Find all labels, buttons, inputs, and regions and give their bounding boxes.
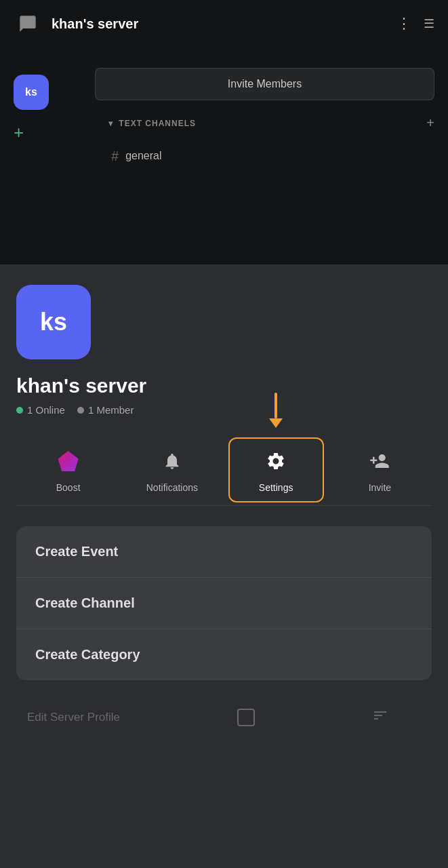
create-category-item[interactable]: Create Category [16, 629, 432, 680]
online-dot [16, 407, 23, 414]
menu-list: Create Event Create Channel Create Categ… [16, 526, 432, 680]
notifications-label: Notifications [146, 482, 198, 493]
boost-icon [53, 446, 84, 477]
filter-icon [372, 707, 388, 728]
channels-header: ▾ TEXT CHANNELS + [95, 115, 448, 131]
main-panel: ks khan's server 1 Online 1 Member Boost [0, 264, 448, 868]
action-buttons-row: Boost Notifications Settings [16, 435, 432, 506]
general-channel-label: general [125, 150, 161, 162]
boost-button[interactable]: Boost [16, 435, 120, 505]
hash-icon: # [111, 149, 119, 164]
more-options-icon[interactable]: ⋮ [396, 15, 411, 33]
boost-label: Boost [56, 482, 81, 493]
gear-icon [260, 446, 291, 477]
member-dot [77, 407, 84, 414]
settings-button[interactable]: Settings [224, 435, 328, 505]
online-stat: 1 Online [16, 404, 65, 416]
create-channel-item[interactable]: Create Channel [16, 578, 432, 629]
server-stats: 1 Online 1 Member [16, 404, 432, 416]
arrow-indicator [269, 393, 283, 428]
top-header: khan's server ⋮ ☰ [0, 0, 448, 47]
header-title: khan's server [42, 16, 396, 32]
create-event-item[interactable]: Create Event [16, 526, 432, 578]
server-icon-large: ks [16, 285, 91, 359]
invite-members-button[interactable]: Invite Members [95, 68, 434, 100]
sidebar-avatar[interactable]: ks [14, 75, 49, 110]
server-name: khan's server [16, 374, 432, 397]
member-stat: 1 Member [77, 404, 134, 416]
bell-icon [157, 446, 188, 477]
add-server-button[interactable]: + [14, 122, 24, 143]
top-section: khan's server ⋮ ☰ ks + Invite Members ▾ … [0, 0, 448, 264]
edit-server-profile-text[interactable]: Edit Server Profile [27, 711, 120, 724]
add-channel-button[interactable]: + [426, 115, 434, 131]
square-icon [237, 709, 255, 726]
chat-icon [14, 9, 42, 38]
general-channel[interactable]: # general [95, 142, 448, 170]
invite-label: Invite [369, 482, 391, 493]
invite-button[interactable]: Invite [328, 435, 432, 505]
menu-icon[interactable]: ☰ [424, 16, 434, 31]
text-channels-label: ▾ TEXT CHANNELS [108, 119, 426, 128]
notifications-button[interactable]: Notifications [120, 435, 224, 505]
bottom-bar: Edit Server Profile [0, 694, 415, 741]
invite-icon [364, 446, 395, 477]
settings-label: Settings [259, 482, 293, 493]
